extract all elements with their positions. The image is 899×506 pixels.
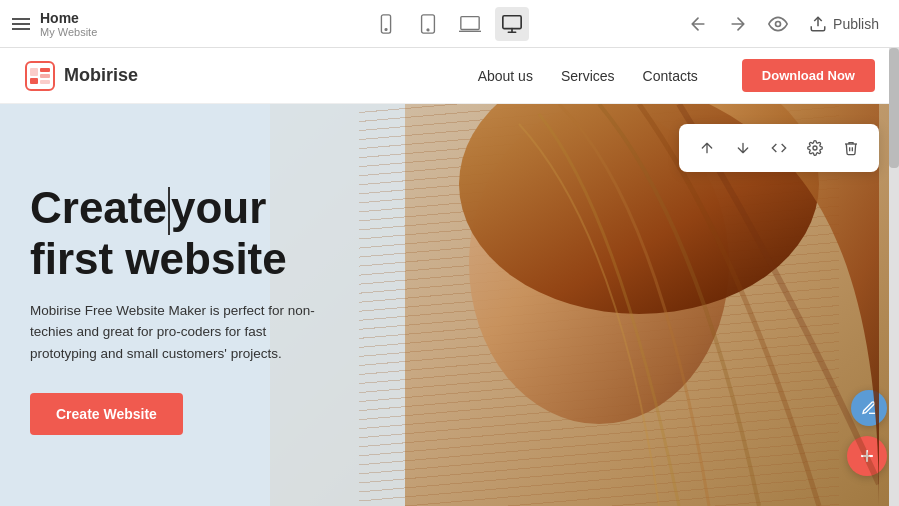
- hero-title-your: your: [171, 184, 266, 232]
- device-laptop-button[interactable]: [453, 7, 487, 41]
- hero-title-line1: Create: [30, 184, 167, 232]
- publish-button[interactable]: Publish: [801, 11, 887, 37]
- svg-point-1: [386, 28, 388, 30]
- svg-rect-13: [40, 74, 50, 78]
- code-button[interactable]: [761, 130, 797, 166]
- home-subtitle: My Website: [40, 26, 97, 38]
- hero-title-line2: first website: [30, 235, 287, 283]
- svg-rect-12: [40, 68, 50, 72]
- device-desktop-button[interactable]: [495, 7, 529, 41]
- logo-text: Mobirise: [64, 65, 138, 86]
- float-toolbar: [679, 124, 879, 172]
- delete-button[interactable]: [833, 130, 869, 166]
- svg-point-17: [813, 146, 817, 150]
- text-cursor: [168, 187, 170, 235]
- home-title: Home: [40, 10, 97, 26]
- nav-link-services[interactable]: Services: [561, 68, 615, 84]
- nav-cta-button[interactable]: Download Now: [742, 59, 875, 92]
- site-nav-links: About us Services Contacts Download Now: [478, 59, 875, 92]
- nav-link-contacts[interactable]: Contacts: [643, 68, 698, 84]
- home-info: Home My Website: [40, 10, 97, 38]
- device-mobile-button[interactable]: [369, 7, 403, 41]
- hero-description: Mobirise Free Website Maker is perfect f…: [30, 300, 330, 365]
- svg-rect-4: [461, 16, 479, 29]
- move-down-button[interactable]: [725, 130, 761, 166]
- svg-rect-5: [503, 15, 521, 28]
- back-button[interactable]: [681, 7, 715, 41]
- move-up-button[interactable]: [689, 130, 725, 166]
- top-toolbar: Home My Website: [0, 0, 899, 48]
- device-tablet-button[interactable]: [411, 7, 445, 41]
- scrollbar-thumb[interactable]: [889, 48, 899, 168]
- svg-point-6: [776, 21, 781, 26]
- site-logo: Mobirise: [24, 60, 478, 92]
- settings-button[interactable]: [797, 130, 833, 166]
- hero-content: Create your first website Mobirise Free …: [30, 184, 410, 435]
- site-navbar: Mobirise About us Services Contacts Down…: [0, 48, 899, 104]
- svg-rect-14: [40, 80, 50, 84]
- hero-title: Create your first website: [30, 184, 410, 284]
- hero-section: Create your first website Mobirise Free …: [0, 104, 899, 506]
- nav-link-about[interactable]: About us: [478, 68, 533, 84]
- publish-label: Publish: [833, 16, 879, 32]
- hero-cta-button[interactable]: Create Website: [30, 393, 183, 435]
- svg-rect-10: [30, 68, 38, 76]
- forward-button[interactable]: [721, 7, 755, 41]
- scrollbar[interactable]: [889, 48, 899, 506]
- menu-icon[interactable]: [12, 18, 30, 30]
- logo-icon: [24, 60, 56, 92]
- preview-button[interactable]: [761, 7, 795, 41]
- svg-rect-11: [30, 78, 38, 84]
- svg-point-3: [428, 29, 430, 31]
